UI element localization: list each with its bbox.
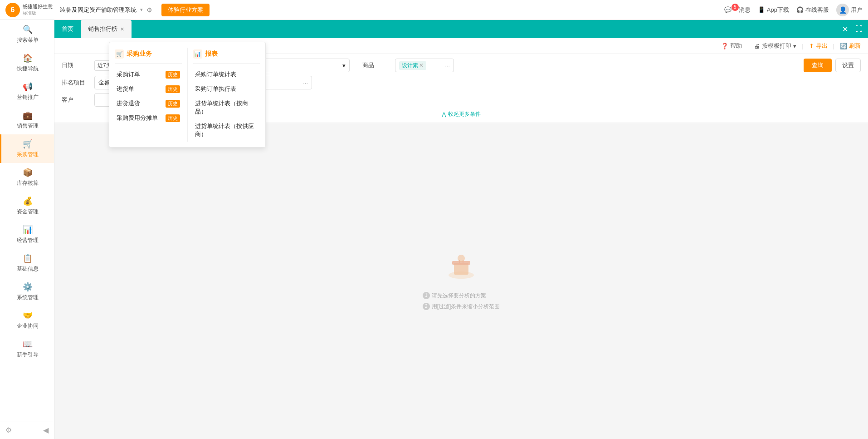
system-title-area: 装备及固定资产辅助管理系统 ▾ ⚙ 体验行业方案 [60, 4, 724, 16]
help-icon: ❓ [721, 43, 728, 49]
sidebar-item-enterprise[interactable]: 🤝 企业协同 [0, 306, 54, 335]
date-label: 日期 [62, 61, 89, 69]
menu-item-goods-stat-by-supplier[interactable]: 进货单统计表（按供应商） [193, 119, 260, 142]
settings-bottom-icon[interactable]: ⚙ [5, 426, 12, 434]
goods-tag: 设计素 ✕ [399, 61, 426, 70]
sales-icon: 💼 [23, 110, 33, 120]
message-item[interactable]: 💬 5 消息 [724, 6, 751, 14]
operation-icon: 📊 [23, 225, 33, 235]
sidebar-item-label: 基础信息 [17, 265, 39, 273]
filter-actions: 查询 设置 [804, 59, 861, 72]
sidebar-item-inventory[interactable]: 📦 库存核算 [0, 163, 54, 192]
report-col-icon: 📊 [193, 49, 202, 59]
industry-btn[interactable]: 体验行业方案 [161, 4, 210, 16]
app-download-item[interactable]: 📱 App下载 [758, 6, 789, 14]
empty-hints: 1 请先选择要分析的方案 2 用[过滤]条件来缩小分析范围 [423, 290, 500, 312]
voucher-status-select[interactable]: ▾ [259, 59, 350, 72]
inventory-icon: 📦 [23, 168, 33, 178]
help-btn[interactable]: ❓ 帮助 [721, 42, 742, 50]
collapse-icon: ⋀ [442, 111, 446, 118]
gear-icon[interactable]: ⚙ [146, 6, 152, 14]
sidebar-item-label: 采购管理 [17, 151, 39, 158]
goods-label: 商品 [362, 61, 390, 69]
sidebar-item-guide[interactable]: 📖 新手引导 [0, 335, 54, 363]
hint-num-2: 2 [423, 303, 430, 310]
goods-tag-close-icon[interactable]: ✕ [419, 62, 424, 69]
tab-close-icon[interactable]: ✕ [120, 26, 124, 32]
menu-item-purchase-order[interactable]: 采购订单 历史 [115, 67, 182, 82]
content-area: 首页 销售排行榜 ✕ ✕ ⛶ ❓ 帮助 | 🖨 按模板打印 ▾ | [54, 20, 868, 439]
tab-sales-rank[interactable]: 销售排行榜 ✕ [81, 20, 132, 38]
sidebar-item-basic[interactable]: 📋 基础信息 [0, 249, 54, 277]
print-template-btn[interactable]: 🖨 按模板打印 ▾ [754, 42, 796, 50]
chevron-down-icon2: ▾ [342, 62, 346, 69]
menu-item-goods-return[interactable]: 进货退货 历史 [115, 96, 182, 111]
basic-icon: 📋 [23, 253, 33, 263]
sidebar-item-capital[interactable]: 💰 资金管理 [0, 192, 54, 220]
col1-title: 采购业务 [127, 50, 152, 58]
tab-maximize-btn[interactable]: ⛶ [853, 24, 864, 34]
sidebar-item-label: 资金管理 [17, 208, 39, 216]
sidebar-item-label: 快捷导航 [17, 65, 39, 73]
dropdown-col-report: 📊 报表 采购订单统计表 采购订单执行表 进货单统计表（按商品） 进货单统计表（… [187, 48, 266, 142]
menu-item-purchase-order-stat[interactable]: 采购订单统计表 [193, 67, 260, 82]
salesman-dots[interactable]: ··· [303, 79, 308, 86]
marketing-icon: 📢 [23, 82, 33, 92]
collapse-sidebar-icon[interactable]: ◀ [43, 426, 49, 434]
goods-dots[interactable]: ··· [445, 62, 450, 69]
dropdown-col-purchase: 🛒 采购业务 采购订单 历史 进货单 历史 进货退货 历史 采购费用分摊单 [109, 48, 187, 142]
menu-item-label: 进货单统计表（按供应商） [195, 122, 258, 138]
menu-item-label: 采购订单统计表 [195, 70, 236, 79]
logo-area: 6 畅捷通好生意 标准版 [5, 3, 60, 17]
print-chevron-icon: ▾ [793, 43, 796, 49]
sidebar-item-purchase[interactable]: 🛒 采购管理 [0, 134, 54, 163]
enterprise-icon: 🤝 [23, 311, 33, 321]
menu-item-goods-receipt[interactable]: 进货单 历史 [115, 82, 182, 96]
export-icon: ⬆ [809, 43, 814, 49]
hint-item-1: 1 请先选择要分析的方案 [423, 290, 500, 301]
query-btn[interactable]: 查询 [804, 59, 832, 72]
chevron-down-icon[interactable]: ▾ [140, 7, 143, 13]
sidebar-item-search[interactable]: 🔍 搜索菜单 [0, 20, 54, 49]
divider1: | [747, 43, 749, 49]
refresh-label: 刷新 [849, 42, 861, 50]
sidebar-item-operation[interactable]: 📊 经营管理 [0, 220, 54, 249]
collapse-label: 收起更多条件 [448, 110, 481, 118]
menu-item-label: 进货退货 [117, 99, 140, 108]
export-btn[interactable]: ⬆ 导出 [809, 42, 828, 50]
collapse-btn[interactable]: ⋀ 收起更多条件 [442, 110, 481, 118]
tab-bar: 首页 销售排行榜 ✕ ✕ ⛶ [54, 20, 868, 38]
settings-btn[interactable]: 设置 [835, 59, 861, 72]
tab-home[interactable]: 首页 [54, 20, 81, 38]
sidebar-item-label: 搜索菜单 [17, 36, 39, 44]
menu-item-purchase-expense[interactable]: 采购费用分摊单 历史 [115, 111, 182, 125]
divider3: | [833, 43, 834, 49]
message-icon: 💬 [724, 6, 731, 13]
online-service-item[interactable]: 🎧 在线客服 [796, 6, 829, 14]
sidebar-item-sales[interactable]: 💼 销售管理 [0, 106, 54, 134]
history-badge: 历史 [166, 71, 180, 79]
sidebar-item-marketing[interactable]: 📢 营销推广 [0, 77, 54, 106]
headset-icon: 🎧 [796, 6, 804, 13]
purchase-col-icon: 🛒 [115, 49, 124, 59]
print-icon: 🖨 [754, 43, 760, 49]
system-title: 装备及固定资产辅助管理系统 [60, 6, 137, 14]
export-label: 导出 [816, 42, 828, 50]
user-label: 用户 [851, 6, 863, 14]
logo-icon: 6 [5, 3, 20, 17]
goods-select[interactable]: 设计素 ✕ ··· [395, 59, 454, 72]
phone-icon: 📱 [758, 6, 765, 13]
sidebar-item-quicknav[interactable]: 🏠 快捷导航 [0, 49, 54, 77]
menu-item-purchase-order-exec[interactable]: 采购订单执行表 [193, 82, 260, 96]
purchase-icon: 🛒 [23, 139, 33, 149]
help-label: 帮助 [730, 42, 742, 50]
user-item[interactable]: 👤 用户 [836, 4, 863, 16]
refresh-btn[interactable]: 🔄 刷新 [840, 42, 861, 50]
tab-close-btn[interactable]: ✕ [840, 24, 850, 35]
sidebar-item-system[interactable]: ⚙️ 系统管理 [0, 277, 54, 306]
col2-title: 报表 [205, 50, 218, 58]
tab-sales-rank-label: 销售排行榜 [88, 25, 117, 33]
main-layout: 🔍 搜索菜单 🏠 快捷导航 📢 营销推广 💼 销售管理 🛒 采购管理 📦 库存核… [0, 20, 868, 439]
menu-item-goods-stat-by-product[interactable]: 进货单统计表（按商品） [193, 96, 260, 119]
app-download-label: App下载 [767, 6, 789, 14]
